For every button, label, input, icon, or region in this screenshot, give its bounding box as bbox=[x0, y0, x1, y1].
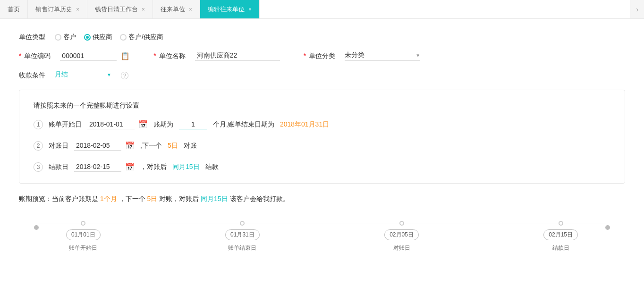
preview-prefix: 账期预览：当前客户账期是 bbox=[19, 195, 98, 203]
setting-row-2: 2 对账日 📅 ,下一个 5日 对账 bbox=[34, 141, 610, 151]
timeline-dot-3 bbox=[559, 221, 563, 226]
tab-close-sales-history[interactable]: × bbox=[76, 6, 79, 13]
tab-close-edit-partner[interactable]: × bbox=[248, 6, 252, 13]
payment-term-label: 收款条件 bbox=[19, 71, 45, 80]
radio-circle-supplier bbox=[84, 34, 91, 41]
main-content: 单位类型 客户 供应商 客户/供应商 * 单位编码 📋 * bbox=[0, 19, 644, 287]
card-title: 请按照未来的一个完整帐期进行设置 bbox=[34, 101, 610, 110]
reconcile-date-input[interactable] bbox=[74, 141, 121, 151]
setting-row-3: 3 结款日 📅 ，对账后 同月15日 结款 bbox=[34, 162, 610, 172]
tab-edit-partner[interactable]: 编辑往来单位 × bbox=[200, 0, 260, 18]
start-date-input[interactable] bbox=[87, 119, 135, 129]
unit-category-value: 未分类 bbox=[345, 51, 414, 59]
unit-code-label: * 单位编码 bbox=[19, 52, 51, 60]
timeline-dot-2 bbox=[399, 221, 404, 226]
unit-category-label: * 单位分类 bbox=[304, 52, 335, 60]
preview-mid2: 对账，对账后 bbox=[159, 195, 199, 203]
unit-code-icon[interactable]: 📋 bbox=[120, 51, 130, 60]
timeline-pill-1: 01月31日 bbox=[225, 229, 260, 240]
timeline-node-0: 01月01日 账单开始日 bbox=[66, 221, 101, 252]
row-num-1: 1 bbox=[34, 120, 43, 129]
label-start-date: 账单开始日 bbox=[49, 120, 82, 129]
preview-mid1: ，下一个 bbox=[119, 195, 145, 203]
reconcile-suffix-pre: ,下一个 bbox=[140, 142, 162, 150]
start-date-wrapper: 📅 bbox=[87, 119, 148, 129]
unit-code-wrapper: 📋 bbox=[60, 51, 130, 61]
unit-category-dropdown[interactable]: 未分类 ▼ bbox=[345, 51, 420, 61]
timeline-node-3: 02月15日 结款日 bbox=[543, 221, 578, 252]
tab-partner-units[interactable]: 往来单位 × bbox=[153, 0, 200, 18]
setting-row-1: 1 账单开始日 📅 账期为 个月,账单结束日期为 2018年01月31日 bbox=[34, 119, 610, 129]
preview-highlight2: 5日 bbox=[147, 195, 157, 203]
label-payment-date: 结款日 bbox=[49, 163, 68, 171]
preview-highlight1: 1个月 bbox=[100, 195, 117, 203]
unit-name-label: * 单位名称 bbox=[153, 52, 185, 60]
payment-term-arrow-icon: ▼ bbox=[107, 72, 111, 77]
timeline-start-dot bbox=[34, 225, 39, 230]
radio-circle-customer bbox=[55, 34, 61, 41]
timeline-dot-1 bbox=[240, 221, 245, 226]
tab-close-partner-units[interactable]: × bbox=[189, 6, 192, 13]
payment-date-wrapper: 📅 bbox=[74, 162, 135, 172]
tab-sales-history[interactable]: 销售订单历史 × bbox=[28, 0, 87, 18]
period-label: 账期为 bbox=[153, 120, 173, 129]
unit-category-arrow-icon: ▼ bbox=[415, 53, 420, 58]
payment-suffix-pre: ，对账后 bbox=[140, 163, 167, 171]
payment-term-value: 月结 bbox=[55, 70, 105, 79]
tab-home[interactable]: 首页 bbox=[0, 0, 28, 18]
timeline-label-2: 对账日 bbox=[393, 244, 410, 252]
row-num-3: 3 bbox=[34, 162, 43, 172]
tab-more-button[interactable]: › bbox=[630, 0, 644, 18]
payment-date-input[interactable] bbox=[74, 162, 121, 172]
start-date-cal-icon[interactable]: 📅 bbox=[138, 120, 148, 129]
reconcile-suffix-post: 对账 bbox=[184, 142, 197, 150]
payment-suffix-post: 结款 bbox=[205, 163, 219, 171]
timeline-pill-0: 01月01日 bbox=[66, 229, 101, 240]
tab-bar: 首页 销售订单历史 × 钱货日清工作台 × 往来单位 × 编辑往来单位 × › bbox=[0, 0, 644, 19]
payment-date-cal-icon[interactable]: 📅 bbox=[125, 162, 135, 171]
radio-customer[interactable]: 客户 bbox=[55, 33, 76, 42]
timeline-dot-0 bbox=[81, 221, 85, 226]
timeline-node-2: 02月05日 对账日 bbox=[384, 221, 419, 252]
row-num-2: 2 bbox=[34, 141, 43, 151]
preview-suffix: 该客户会给我打款。 bbox=[230, 195, 289, 203]
payment-term-dropdown[interactable]: 月结 ▼ bbox=[55, 70, 111, 80]
radio-supplier[interactable]: 供应商 bbox=[84, 33, 112, 42]
preview-text: 账期预览：当前客户账期是 1个月 ，下一个 5日 对账，对账后 同月15日 该客… bbox=[19, 193, 625, 205]
label-reconcile-date: 对账日 bbox=[49, 142, 68, 150]
timeline-pill-2: 02月05日 bbox=[384, 229, 419, 240]
timeline-node-1: 01月31日 账单结束日 bbox=[225, 221, 260, 252]
preview-highlight3: 同月15日 bbox=[201, 195, 228, 203]
radio-group-unit-type: 客户 供应商 客户/供应商 bbox=[55, 33, 163, 42]
payment-day-highlight: 同月15日 bbox=[172, 163, 200, 171]
timeline-label-0: 账单开始日 bbox=[69, 244, 97, 252]
payment-term-row: 收款条件 月结 ▼ ? bbox=[19, 70, 625, 80]
unit-type-row: 单位类型 客户 供应商 客户/供应商 bbox=[19, 33, 625, 42]
unit-type-label: 单位类型 bbox=[19, 33, 45, 42]
timeline-nodes: 01月01日 账单开始日 01月31日 账单结束日 02月05日 对账日 02月… bbox=[19, 221, 625, 252]
period-suffix-text: 个月,账单结束日期为 bbox=[213, 120, 274, 129]
radio-both[interactable]: 客户/供应商 bbox=[120, 33, 163, 42]
timeline-pill-3: 02月15日 bbox=[543, 229, 578, 240]
unit-code-input[interactable] bbox=[60, 51, 117, 61]
reconcile-date-cal-icon[interactable]: 📅 bbox=[125, 141, 135, 150]
tab-close-cash-desk[interactable]: × bbox=[142, 6, 145, 13]
help-icon[interactable]: ? bbox=[121, 72, 128, 79]
timeline-label-1: 账单结束日 bbox=[228, 244, 256, 252]
timeline: 01月01日 账单开始日 01月31日 账单结束日 02月05日 对账日 02月… bbox=[19, 216, 625, 266]
timeline-end-dot bbox=[605, 225, 610, 230]
radio-circle-both bbox=[120, 34, 127, 41]
reconcile-day-highlight: 5日 bbox=[168, 142, 178, 150]
reconcile-date-wrapper: 📅 bbox=[74, 141, 135, 151]
period-end-date: 2018年01月31日 bbox=[280, 120, 329, 129]
settings-card: 请按照未来的一个完整帐期进行设置 1 账单开始日 📅 账期为 个月,账单结束日期… bbox=[19, 90, 625, 184]
unit-name-input[interactable] bbox=[195, 51, 280, 61]
timeline-label-3: 结款日 bbox=[552, 244, 569, 252]
period-input[interactable] bbox=[179, 119, 207, 129]
tab-cash-desk[interactable]: 钱货日清工作台 × bbox=[87, 0, 153, 18]
unit-info-row: * 单位编码 📋 * 单位名称 * 单位分类 未分类 ▼ bbox=[19, 51, 625, 61]
